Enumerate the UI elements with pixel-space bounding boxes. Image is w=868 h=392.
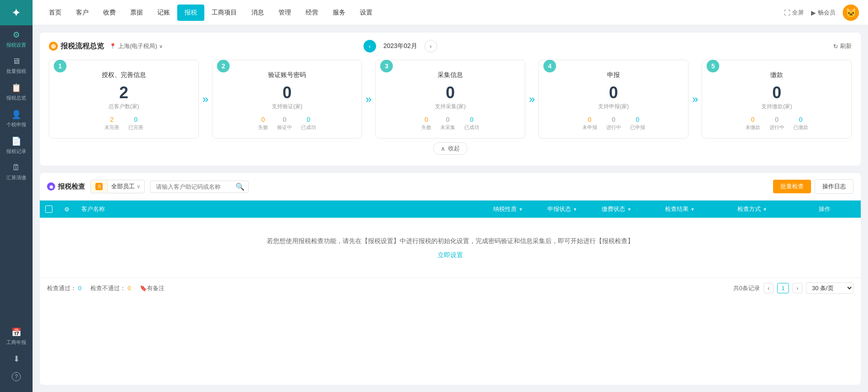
nav-clients[interactable]: 客户 — [69, 0, 96, 25]
current-page: 1 — [777, 283, 788, 293]
prev-page-btn[interactable]: ‹ — [764, 283, 774, 293]
step-5-title: 缴款 — [709, 71, 844, 79]
step-3-count: 0 — [383, 85, 518, 101]
step-5-count: 0 — [709, 85, 844, 101]
search-input[interactable] — [154, 181, 236, 192]
sidebar-item-personal-tax[interactable]: 👤 个税申报 — [0, 105, 33, 132]
fail-count[interactable]: 0 — [127, 285, 131, 292]
nav-messages[interactable]: 消息 — [244, 0, 271, 25]
avatar[interactable]: 🐱 — [843, 5, 859, 21]
employee-filter-text: 全部员工 — [108, 180, 137, 193]
batch-check-btn[interactable]: 批量检查 — [773, 180, 811, 193]
avatar-image: 🐱 — [845, 7, 857, 18]
nav-services[interactable]: 服务 — [326, 0, 353, 25]
settlement-icon: 🗓 — [12, 163, 20, 172]
step-1-number: 1 — [54, 60, 66, 72]
th-check-result: 检查结果 ▼ — [644, 201, 716, 218]
filter-icon-2[interactable]: ▼ — [573, 207, 577, 212]
step-4-count: 0 — [546, 85, 681, 101]
step-1-stat-0: 2 未完善 — [104, 116, 119, 131]
nav-fees[interactable]: 收费 — [96, 0, 123, 25]
sidebar-item-tax-settings[interactable]: ⚙ 报税设置 — [0, 25, 33, 52]
step-2-stat-2: 0 已成功 — [301, 116, 316, 131]
step-2-stat-1: 0 验证中 — [277, 116, 292, 131]
filter-icon-5[interactable]: ▼ — [763, 207, 767, 212]
arrow-1: » — [199, 60, 212, 139]
tax-settings-icon: ⚙ — [13, 30, 20, 40]
th-tax-type: 纳税性质 ▼ — [481, 201, 535, 218]
sidebar-item-batch-tax[interactable]: 🖥 批量报税 — [0, 52, 33, 78]
collapse-bar: ∧ 收起 — [49, 139, 852, 158]
sidebar-item-annual-report[interactable]: 📅 工商年报 — [0, 323, 33, 349]
step-4-stat-0: 0 未申报 — [582, 116, 597, 131]
per-page-select[interactable]: 30 条/页50 条/页100 条/页 — [806, 282, 854, 294]
refresh-btn[interactable]: ↻ 刷新 — [833, 42, 852, 50]
next-month-btn[interactable]: › — [425, 40, 437, 53]
step-4-stats: 0 未申报 0 进行中 0 已申报 — [546, 116, 681, 131]
step-1-stat-1: 0 已完善 — [128, 116, 143, 131]
header-checkbox[interactable] — [45, 206, 52, 213]
filter-icon-1[interactable]: ▼ — [519, 207, 523, 212]
th-check-method: 检查方式 ▼ — [716, 201, 788, 218]
employee-dropdown-icon: ∨ — [137, 181, 144, 192]
step-5-stat-2: 0 已缴款 — [793, 116, 808, 131]
plus-icon: ⊕ — [49, 42, 58, 51]
step-5-card: 5 缴款 0 支持缴款(家) 0 未缴款 0 进行中 — [702, 60, 852, 139]
nav-invoices[interactable]: 票据 — [123, 0, 150, 25]
th-pay-status: 缴费状态 ▼ — [590, 201, 644, 218]
main-area: 首页 客户 收费 票据 记账 报税 工商项目 消息 管理 经营 服务 设置 ⛶ … — [33, 0, 868, 392]
sidebar-bottom: ⬇ ? — [0, 349, 33, 392]
step-4-title: 申报 — [546, 71, 681, 79]
location-badge[interactable]: 📍 上海(电子税局) ∨ — [109, 42, 163, 50]
step-2-stats: 0 失败 0 验证中 0 已成功 — [220, 116, 354, 131]
footer-pass: 检查通过： 0 — [47, 284, 81, 292]
collapse-btn[interactable]: ∧ 收起 — [433, 142, 467, 155]
step-4-stat-1: 0 进行中 — [606, 116, 621, 131]
nav-settings[interactable]: 设置 — [353, 0, 380, 25]
step-3-number: 3 — [380, 60, 393, 72]
collapse-icon: ∧ — [441, 145, 445, 152]
sidebar-item-settlement[interactable]: 🗓 汇算清缴 — [0, 158, 33, 185]
footer-fail: 检查不通过： 0 — [90, 284, 131, 292]
next-page-btn[interactable]: › — [793, 283, 802, 293]
nav-accounting[interactable]: 记账 — [150, 0, 177, 25]
sidebar-item-tax-overview[interactable]: 📋 报税总览 — [0, 78, 33, 105]
pass-count[interactable]: 0 — [78, 285, 81, 292]
arrow-3: » — [525, 60, 538, 139]
vip-btn[interactable]: ▶ 畅会员 — [811, 9, 835, 17]
step-5-subtitle: 支持缴款(家) — [709, 103, 844, 110]
check-footer: 检查通过： 0 检查不通过： 0 🔖有备注 共0条记录 ‹ 1 › 30 条/页… — [40, 277, 861, 298]
steps-container: 1 授权、完善信息 2 总客户数(家) 2 未完善 0 已完善 — [49, 60, 852, 139]
dropdown-icon: ∨ — [159, 43, 163, 49]
search-icon[interactable]: 🔍 — [236, 182, 245, 191]
prev-month-btn[interactable]: ‹ — [363, 40, 376, 53]
sidebar-item-download[interactable]: ⬇ — [0, 349, 33, 368]
setup-link[interactable]: 立即设置 — [438, 251, 463, 258]
nav-tax[interactable]: 报税 — [177, 5, 204, 21]
nav-home[interactable]: 首页 — [42, 0, 69, 25]
fullscreen-btn[interactable]: ⛶ 全屏 — [784, 9, 804, 17]
step-2-stat-0: 0 失败 — [258, 116, 268, 131]
step-3-stat-1: 0 未采集 — [440, 116, 455, 131]
filter-icon-3[interactable]: ▼ — [627, 207, 632, 212]
sidebar-item-tax-record[interactable]: 📄 报税记录 — [0, 132, 33, 158]
employee-filter[interactable]: 员 全部员工 ∨ — [90, 180, 145, 193]
topnav: 首页 客户 收费 票据 记账 报税 工商项目 消息 管理 经营 服务 设置 ⛶ … — [33, 0, 868, 25]
search-box: 🔍 — [150, 181, 249, 193]
step-1-count: 2 — [57, 85, 191, 101]
nav-operations[interactable]: 经营 — [298, 0, 326, 25]
nav-management[interactable]: 管理 — [271, 0, 298, 25]
location-icon: 📍 — [109, 43, 116, 49]
sidebar-item-help[interactable]: ? — [0, 368, 33, 385]
operation-log-btn[interactable]: 操作日志 — [815, 179, 854, 194]
employee-icon: 员 — [95, 183, 103, 190]
personal-tax-icon: 👤 — [11, 110, 21, 120]
th-declare-status: 申报状态 ▼ — [535, 201, 590, 218]
filter-icon-4[interactable]: ▼ — [690, 207, 695, 212]
step-3-stat-0: 0 失败 — [421, 116, 431, 131]
settings-icon: ⚙ — [64, 206, 70, 213]
logo: ✦ — [0, 0, 33, 25]
step-5-stat-0: 0 未缴款 — [745, 116, 760, 131]
batch-tax-icon: 🖥 — [12, 57, 20, 66]
nav-business[interactable]: 工商项目 — [204, 0, 244, 25]
